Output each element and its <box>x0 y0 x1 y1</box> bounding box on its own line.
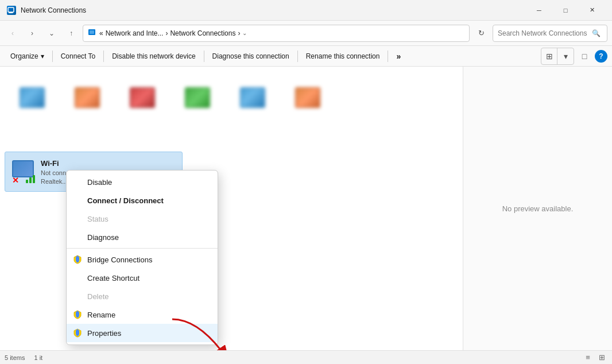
diagnose-button[interactable]: Diagnose this connection <box>207 48 295 65</box>
path-sep1: › <box>165 29 168 37</box>
wifi-item-name: Wi-Fi <box>41 159 82 168</box>
ctx-diagnose[interactable]: Diagnose <box>67 228 218 246</box>
ctx-status-label: Status <box>87 215 109 223</box>
content-area: ✕ Wi-Fi Not connected Realtek... Disable… <box>0 67 612 350</box>
help-button[interactable]: ? <box>595 50 607 63</box>
disable-button[interactable]: Disable this network device <box>106 48 201 65</box>
wifi-icon: ✕ <box>12 160 35 183</box>
path-part1: Network and Inte... <box>106 29 164 37</box>
context-menu: Disable Connect / Disconnect Status Diag… <box>66 170 218 345</box>
organize-arrow-icon: ▾ <box>41 52 44 60</box>
toolbar-separator-3 <box>204 51 204 62</box>
help-label: ? <box>599 52 603 60</box>
toolbar-separator-2 <box>103 51 104 62</box>
rename-label: Rename this connection <box>306 52 380 60</box>
ctx-separator-1 <box>67 248 218 249</box>
icons-grid <box>5 71 458 126</box>
forward-button[interactable]: › <box>24 25 40 41</box>
wifi-bar-2 <box>29 177 32 183</box>
ctx-status: Status <box>67 210 218 228</box>
up-button[interactable]: ↑ <box>63 25 79 41</box>
ctx-properties-label: Properties <box>87 329 121 338</box>
list-item <box>230 76 276 122</box>
ctx-rename-label: Rename <box>87 311 115 319</box>
close-button[interactable]: ✕ <box>579 0 605 21</box>
more-icon: » <box>396 52 401 61</box>
change-view-button[interactable]: ⊞ <box>541 48 557 64</box>
minimize-button[interactable]: ─ <box>526 0 552 21</box>
organize-button[interactable]: Organize ▾ <box>5 48 50 65</box>
more-button[interactable]: » <box>390 48 406 65</box>
ctx-rename[interactable]: Rename <box>67 305 218 324</box>
status-bar: 5 items 1 it ≡ ⊞ <box>0 350 612 364</box>
path-prefix: « <box>99 29 103 37</box>
address-path[interactable]: « Network and Inte... › Network Connecti… <box>83 25 470 42</box>
ctx-delete: Delete <box>67 287 218 305</box>
rename-button[interactable]: Rename this connection <box>300 48 386 65</box>
disable-label: Disable this network device <box>112 52 195 60</box>
maximize-button[interactable]: □ <box>552 0 579 21</box>
ctx-disable[interactable]: Disable <box>67 173 218 191</box>
title-bar: Network Connections ─ □ ✕ <box>0 0 612 21</box>
selected-count: 1 it <box>34 354 42 361</box>
window-controls: ─ □ ✕ <box>526 0 605 21</box>
ctx-disable-label: Disable <box>87 178 112 187</box>
back-button[interactable]: ‹ <box>5 25 21 41</box>
file-area: ✕ Wi-Fi Not connected Realtek... Disable… <box>0 67 463 350</box>
list-item <box>119 76 165 122</box>
toolbar-separator-5 <box>388 51 388 62</box>
ctx-connect-disconnect[interactable]: Connect / Disconnect <box>67 191 218 210</box>
wifi-bar-3 <box>33 175 35 183</box>
ctx-diagnose-label: Diagnose <box>87 233 119 242</box>
status-grid-view-button[interactable]: ⊞ <box>596 353 607 363</box>
list-item <box>175 76 220 122</box>
right-panel: No preview available. <box>463 67 612 350</box>
no-preview-text: No preview available. <box>502 204 574 213</box>
ctx-properties[interactable]: Properties <box>67 324 218 342</box>
ctx-bridge-label: Bridge Connections <box>87 255 152 264</box>
ctx-delete-label: Delete <box>87 292 109 301</box>
path-dropdown[interactable]: ⌄ <box>242 30 247 36</box>
toolbar-separator-1 <box>52 51 53 62</box>
ctx-create-shortcut[interactable]: Create Shortcut <box>67 269 218 287</box>
pane-toggle-button[interactable]: □ <box>576 48 592 64</box>
connect-to-label: Connect To <box>61 52 96 60</box>
view-btn-group: ⊞ ▾ <box>541 48 574 65</box>
address-bar: ‹ › ⌄ ↑ « Network and Inte... › Network … <box>0 21 612 46</box>
title-bar-left: Network Connections <box>7 6 86 15</box>
status-view-controls: ≡ ⊞ <box>582 353 607 363</box>
shield-bridge-icon <box>72 254 83 265</box>
view-controls: ⊞ ▾ □ ? <box>541 48 607 65</box>
window-title: Network Connections <box>21 6 86 14</box>
ctx-bridge-connections[interactable]: Bridge Connections <box>67 250 218 269</box>
ctx-connect-disconnect-label: Connect / Disconnect <box>87 196 164 205</box>
path-part2: Network Connections <box>170 29 235 37</box>
path-sep2: › <box>238 29 240 37</box>
list-item <box>285 76 331 122</box>
shield-rename-icon <box>72 309 83 320</box>
list-item <box>64 76 110 122</box>
diagnose-label: Diagnose this connection <box>212 52 289 60</box>
wifi-bar-1 <box>26 180 28 183</box>
wifi-bars-icon <box>26 173 37 183</box>
shield-properties-icon <box>72 328 83 338</box>
view-dropdown-button[interactable]: ▾ <box>557 48 574 64</box>
search-icon: 🔍 <box>592 29 601 37</box>
svg-rect-0 <box>8 7 14 12</box>
connect-to-button[interactable]: Connect To <box>55 48 102 65</box>
status-list-view-button[interactable]: ≡ <box>582 353 594 363</box>
toolbar: Organize ▾ Connect To Disable this netwo… <box>0 46 612 67</box>
search-input[interactable] <box>498 29 590 37</box>
search-box: 🔍 <box>493 25 607 42</box>
refresh-button[interactable]: ↻ <box>473 25 489 41</box>
items-count: 5 items <box>5 354 25 361</box>
svg-rect-4 <box>90 30 94 34</box>
disconnected-x-icon: ✕ <box>12 176 19 184</box>
list-item <box>9 76 55 122</box>
organize-label: Organize <box>10 52 38 60</box>
recent-button[interactable]: ⌄ <box>44 25 60 41</box>
toolbar-separator-4 <box>297 51 298 62</box>
app-icon <box>7 6 16 15</box>
ctx-create-shortcut-label: Create Shortcut <box>87 274 140 282</box>
path-icon <box>88 28 97 38</box>
